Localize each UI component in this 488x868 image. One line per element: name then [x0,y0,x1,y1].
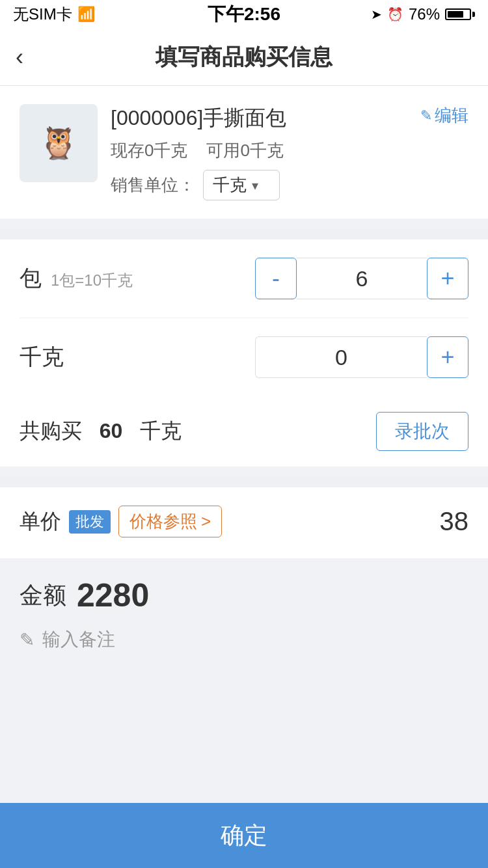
total-quantity: 60 [100,419,123,442]
unit-value: 千克 [213,174,247,197]
status-time: 下午2:56 [208,2,280,27]
pack-quantity-row: 包 1包=10千克 - + [20,239,468,318]
available-text: 可用0千克 [206,141,283,160]
product-unit-row: 销售单位： 千克 ▾ [111,170,468,200]
kg-plus-button[interactable]: + [427,336,468,378]
status-bar: 无SIM卡 📶 下午2:56 ➤ ⏰ 76% [0,0,488,29]
total-section: 共购买 60 千克 录批次 [0,396,488,467]
product-card: 🦉 [0000006]手撕面包 ✎ 编辑 现存0千克 可用0千克 销售单位： 千… [0,86,488,219]
status-left: 无SIM卡 📶 [13,4,95,25]
edit-label: 编辑 [435,104,468,127]
batch-button[interactable]: 录批次 [376,412,468,451]
price-value: 38 [440,507,469,536]
pack-controls: - + [255,258,468,299]
quantity-section: 包 1包=10千克 - + 千克 + [0,239,488,396]
location-icon: ➤ [371,7,382,22]
kg-input[interactable] [255,336,427,378]
amount-value: 2280 [77,576,149,614]
battery-percent: 76% [409,5,440,23]
remark-row[interactable]: ✎ 输入备注 [20,627,468,652]
price-ref-button[interactable]: 价格参照 > [118,506,222,537]
pack-input[interactable] [297,258,427,299]
wifi-icon: 📶 [77,6,95,23]
battery-icon [445,8,475,20]
nav-bar: ‹ 填写商品购买信息 [0,29,488,86]
unit-label: 销售单位： [111,174,195,197]
product-image: 🦉 [20,104,98,182]
price-row: 单价 批发 价格参照 > 38 [20,506,468,537]
remark-placeholder: 输入备注 [42,627,115,652]
unit-select[interactable]: 千克 ▾ [203,170,280,200]
amount-row: 金额 2280 [20,576,468,614]
price-label: 单价 [20,508,61,536]
confirm-button[interactable]: 确定 [0,803,488,868]
total-prefix: 共购买 [20,419,82,442]
amount-section: 金额 2280 ✎ 输入备注 [0,558,488,665]
product-stock: 现存0千克 可用0千克 [111,139,468,162]
edit-icon: ✎ [420,107,432,124]
kg-quantity-row: 千克 + [20,318,468,396]
page-title: 填写商品购买信息 [156,42,332,72]
total-text: 共购买 60 千克 [20,417,182,446]
carrier-text: 无SIM卡 [13,4,72,25]
product-name-row: [0000006]手撕面包 ✎ 编辑 [111,104,468,133]
alarm-icon: ⏰ [387,7,403,22]
kg-label-wrap: 千克 [20,342,64,372]
pack-plus-button[interactable]: + [427,258,468,299]
remark-icon: ✎ [20,629,34,651]
price-label-wrap: 单价 批发 价格参照 > [20,506,222,537]
price-section: 单价 批发 价格参照 > 38 [0,487,488,558]
product-name: [0000006]手撕面包 [111,104,286,133]
price-ref-label: 价格参照 [129,510,197,533]
edit-button[interactable]: ✎ 编辑 [420,104,468,127]
stock-text: 现存0千克 [111,141,187,160]
back-button[interactable]: ‹ [16,44,23,71]
section-divider-2 [0,477,488,487]
price-tag: 批发 [69,510,111,534]
pack-minus-button[interactable]: - [255,258,297,299]
pack-label-wrap: 包 1包=10千克 [20,264,133,293]
pack-hint: 1包=10千克 [51,270,133,291]
kg-controls: + [255,336,468,378]
pack-label: 包 [20,264,42,293]
status-right: ➤ ⏰ 76% [371,5,475,23]
product-info: [0000006]手撕面包 ✎ 编辑 现存0千克 可用0千克 销售单位： 千克 … [111,104,468,200]
content-spacer [0,665,488,803]
section-divider-1 [0,229,488,239]
product-logo-icon: 🦉 [39,125,78,161]
amount-label: 金额 [20,580,66,612]
unit-chevron-icon: ▾ [252,178,258,193]
total-unit: 千克 [140,419,182,442]
kg-label: 千克 [20,342,64,372]
price-ref-chevron-icon: > [201,511,211,532]
